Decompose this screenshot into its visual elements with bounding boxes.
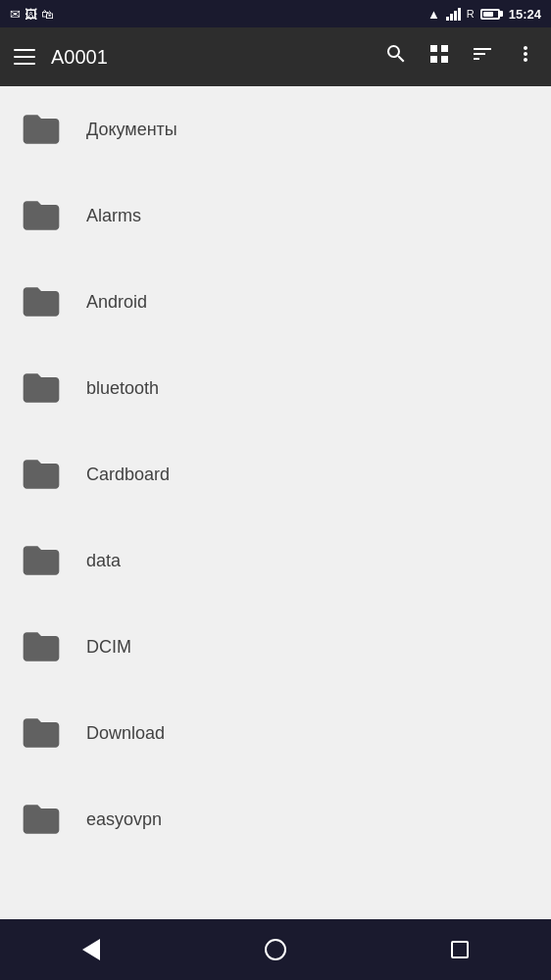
shop-icon: 🛍 xyxy=(41,7,54,22)
grid-view-button[interactable] xyxy=(427,42,451,72)
list-item[interactable]: data xyxy=(0,517,551,604)
sort-button[interactable] xyxy=(471,42,494,72)
signal-icon xyxy=(446,7,461,21)
list-item[interactable]: Документы xyxy=(0,86,551,172)
battery-icon xyxy=(480,9,503,20)
file-name-label: Download xyxy=(86,723,165,744)
app-bar-title: A0001 xyxy=(51,46,369,69)
carrier-label: R xyxy=(467,8,475,20)
file-name-label: bluetooth xyxy=(86,378,159,399)
image-icon: 🖼 xyxy=(25,7,37,22)
recents-button[interactable] xyxy=(431,933,488,966)
folder-icon xyxy=(20,280,63,323)
folder-icon xyxy=(20,711,63,755)
menu-button[interactable] xyxy=(14,49,35,65)
folder-icon xyxy=(20,367,63,410)
file-name-label: Android xyxy=(86,292,147,313)
more-options-button[interactable] xyxy=(514,42,537,72)
list-item[interactable]: bluetooth xyxy=(0,345,551,431)
file-name-label: easyovpn xyxy=(86,809,162,830)
search-button[interactable] xyxy=(384,42,408,72)
file-name-label: Cardboard xyxy=(86,465,170,485)
file-name-label: Alarms xyxy=(86,206,141,226)
bottom-nav-bar xyxy=(0,919,551,980)
wifi-icon: ▲ xyxy=(427,7,440,22)
list-item[interactable]: Android xyxy=(0,259,551,345)
app-bar-actions xyxy=(384,42,537,72)
folder-icon xyxy=(20,108,63,151)
home-button[interactable] xyxy=(245,931,306,968)
folder-icon xyxy=(20,625,63,668)
folder-icon xyxy=(20,539,63,582)
file-name-label: Документы xyxy=(86,120,177,140)
folder-icon xyxy=(20,798,63,841)
folder-icon xyxy=(20,194,63,237)
list-item[interactable]: DCIM xyxy=(0,604,551,690)
folder-icon xyxy=(20,453,63,496)
file-list: Документы Alarms Android bluetooth xyxy=(0,86,551,919)
list-item[interactable]: Download xyxy=(0,690,551,776)
list-item[interactable]: Alarms xyxy=(0,172,551,259)
app-bar: A0001 xyxy=(0,27,551,86)
list-item[interactable]: Cardboard xyxy=(0,431,551,517)
list-item[interactable]: easyovpn xyxy=(0,776,551,862)
email-icon: ✉ xyxy=(10,7,21,22)
status-bar: ✉ 🖼 🛍 ▲ R 15:24 xyxy=(0,0,551,27)
clock: 15:24 xyxy=(509,7,541,22)
file-name-label: data xyxy=(86,551,121,571)
back-button[interactable] xyxy=(63,931,120,968)
file-name-label: DCIM xyxy=(86,637,131,658)
status-bar-left: ✉ 🖼 🛍 xyxy=(10,7,54,22)
status-bar-right: ▲ R 15:24 xyxy=(427,7,541,22)
